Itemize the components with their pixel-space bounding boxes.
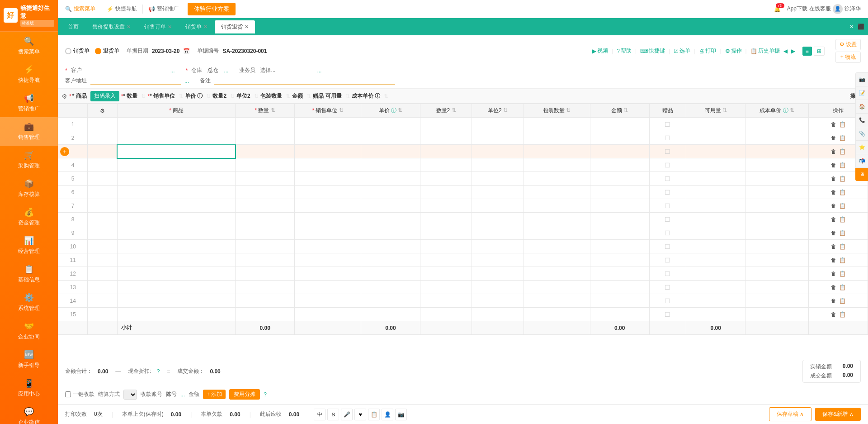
row-qty2[interactable] (420, 118, 472, 131)
gear-icon[interactable]: ⚙ (61, 93, 67, 100)
copy-icon[interactable]: 📋 (839, 121, 846, 128)
tab-sales-return[interactable]: 销货退货 ✕ (215, 20, 255, 33)
doc-date-value[interactable]: 2023-03-20 (152, 48, 179, 54)
row-amount[interactable] (590, 118, 649, 131)
help-discount-icon[interactable]: ? (157, 368, 160, 375)
fee-help-icon[interactable]: ? (264, 391, 267, 398)
nav-next-btn[interactable]: ▶ (791, 48, 795, 54)
sidebar-item-wechat[interactable]: 💬 企业微信 (0, 402, 58, 424)
row-unit2[interactable] (472, 118, 524, 131)
row-gift[interactable]: ☐ (649, 131, 686, 145)
copy-icon[interactable]: 📋 (839, 243, 846, 250)
sort-icon5[interactable]: ⇅ (503, 107, 508, 114)
right-float-btn4[interactable]: 📞 (855, 114, 868, 127)
delete-icon[interactable]: 🗑 (831, 121, 836, 128)
copy-icon[interactable]: 📋 (839, 203, 846, 209)
help-btn[interactable]: ?帮助 (617, 47, 632, 55)
sidebar-item-system[interactable]: ⚙️ 系统管理 (0, 288, 58, 317)
delete-icon[interactable]: 🗑 (831, 243, 836, 250)
marketing-nav[interactable]: 📢 营销推广 (148, 5, 179, 13)
tab-sales-order[interactable]: 销售订单 ✕ (138, 20, 178, 33)
user-info[interactable]: 👤 徐泽华 (833, 4, 861, 14)
history-btn[interactable]: 📋历史单据 (750, 47, 780, 55)
select-btn[interactable]: ☑选单 (674, 47, 690, 55)
sort-icon9[interactable]: ⇅ (790, 107, 794, 114)
grid-view-btn[interactable]: ⊞ (814, 47, 825, 56)
bottom-icon-clip[interactable]: 📋 (368, 409, 380, 420)
pay-checkbox[interactable] (65, 391, 71, 397)
copy-icon[interactable]: 📋 (839, 216, 846, 223)
fee-split-button[interactable]: 费用分摊 (229, 389, 260, 400)
row-gift[interactable]: ☐ (649, 145, 686, 158)
right-float-btn1[interactable]: 📷 (855, 72, 868, 86)
notification-bell[interactable]: 🔔 70 (774, 6, 781, 12)
sidebar-item-enterprise[interactable]: 🤝 企业协同 (0, 317, 58, 345)
sidebar-item-sales[interactable]: 💼 销售管理 (0, 117, 58, 146)
delete-icon[interactable]: 🗑 (831, 203, 836, 209)
warehouse-picker-icon[interactable]: ... (224, 67, 228, 74)
copy-icon[interactable]: 📋 (839, 135, 846, 141)
row-sales-unit[interactable] (295, 118, 361, 131)
add-row-button[interactable]: + (60, 147, 69, 156)
row-quantity[interactable] (236, 118, 295, 131)
copy-icon[interactable]: 📋 (839, 162, 846, 168)
tab-close-icon[interactable]: ✕ (168, 24, 172, 30)
radio-sales[interactable]: 销货单 (65, 47, 90, 55)
save-new-button[interactable]: 保存&新增 ∧ (815, 408, 861, 421)
add-payment-button[interactable]: + 添加 (203, 390, 226, 399)
shortcut-btn[interactable]: ⌨快捷键 (640, 47, 665, 55)
customer-picker-icon[interactable]: ... (170, 67, 175, 74)
sidebar-item-guide[interactable]: 🆕 新手引导 (0, 345, 58, 374)
copy-icon[interactable]: 📋 (839, 311, 846, 318)
delete-icon[interactable]: 🗑 (831, 162, 836, 168)
sidebar-item-finance[interactable]: 💰 资金管理 (0, 203, 58, 231)
experience-button[interactable]: 体验行业方案 (188, 3, 236, 15)
tab-home[interactable]: 首页 (61, 20, 85, 33)
sidebar-item-basic[interactable]: 📋 基础信息 (0, 260, 58, 288)
sort-icon3[interactable]: ⇅ (398, 107, 402, 114)
app-download-link[interactable]: App下载 (787, 5, 807, 13)
row-unit-price[interactable] (361, 118, 420, 131)
bottom-icon-heart[interactable]: ♥ (354, 409, 366, 420)
right-float-btn8[interactable]: 🖥 (855, 168, 868, 181)
tab-sales-return-close-icon[interactable]: ✕ (245, 24, 249, 30)
copy-icon[interactable]: 📋 (839, 148, 846, 155)
delete-icon[interactable]: 🗑 (831, 284, 836, 291)
sort-icon6[interactable]: ⇅ (566, 107, 571, 114)
delete-icon[interactable]: 🗑 (831, 189, 836, 195)
sidebar-item-inventory[interactable]: 📦 库存核算 (0, 174, 58, 203)
logistics-btn[interactable]: + 物流 (835, 52, 861, 63)
copy-icon[interactable]: 📋 (839, 176, 846, 182)
online-service-link[interactable]: 在线客服 (809, 5, 831, 13)
row-available[interactable] (686, 118, 745, 131)
account-dots[interactable]: ... (180, 391, 185, 398)
sort-icon[interactable]: ⇅ (271, 107, 275, 114)
row-product[interactable] (117, 118, 236, 131)
settings-btn[interactable]: ⚙ 设置 (835, 39, 861, 50)
copy-icon[interactable]: 📋 (839, 298, 846, 304)
search-menu[interactable]: 🔍 搜索菜单 (65, 5, 95, 13)
sort-icon8[interactable]: ⇅ (722, 107, 727, 114)
right-float-btn5[interactable]: 📎 (855, 127, 868, 141)
delete-icon[interactable]: 🗑 (831, 311, 836, 318)
tab-sales[interactable]: 销货单 ✕ (179, 20, 214, 33)
copy-icon[interactable]: 📋 (839, 230, 846, 236)
copy-icon[interactable]: 📋 (839, 189, 846, 195)
row-pack-qty[interactable] (524, 118, 590, 131)
settlement-select[interactable] (123, 390, 137, 400)
sidebar-item-operation[interactable]: 📊 经营管理 (0, 231, 58, 260)
bottom-icon-mic[interactable]: 🎤 (341, 409, 353, 420)
row-cost-price[interactable] (745, 118, 809, 131)
delete-icon[interactable]: 🗑 (831, 257, 836, 263)
delete-icon[interactable]: 🗑 (831, 135, 836, 141)
delete-icon[interactable]: 🗑 (831, 230, 836, 236)
delete-icon[interactable]: 🗑 (831, 176, 836, 182)
bottom-icon-s[interactable]: S (327, 409, 339, 420)
customer-input[interactable] (85, 67, 167, 74)
list-view-btn[interactable]: ≡ (802, 47, 812, 56)
th-settings[interactable]: ⚙ (88, 104, 117, 118)
nav-prev-btn[interactable]: ◀ (783, 48, 788, 54)
restore-window-icon[interactable]: ⬛ (858, 24, 864, 30)
sidebar-item-search[interactable]: 🔍 搜索菜单 (0, 32, 58, 60)
sort-icon4[interactable]: ⇅ (452, 107, 456, 114)
